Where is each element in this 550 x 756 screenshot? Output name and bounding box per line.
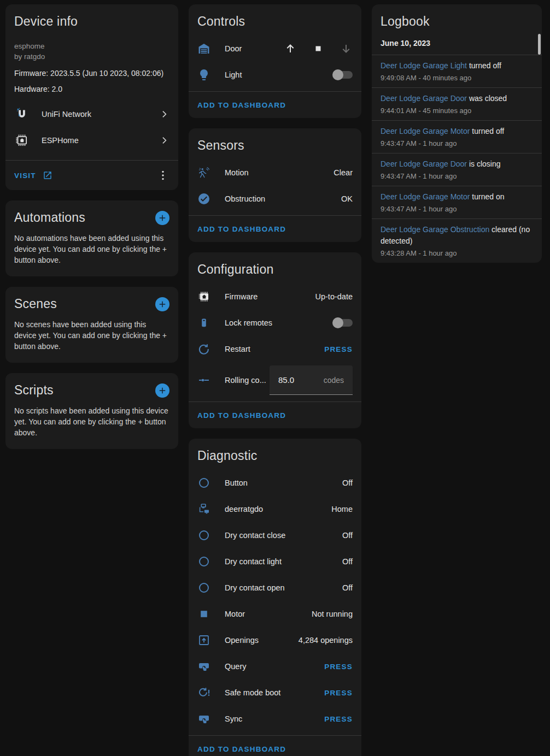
add-script-button[interactable] (155, 383, 169, 398)
controls-add-to-dashboard-button[interactable]: ADD TO DASHBOARD (197, 101, 286, 109)
logbook-entity-link[interactable]: Deer Lodge Garage Motor (381, 127, 470, 135)
logbook-entity-link[interactable]: Deer Lodge Garage Light (381, 61, 467, 70)
sensors-footer: ADD TO DASHBOARD (189, 215, 361, 242)
controls-rows: DoorLight (189, 36, 361, 91)
entity-row-label: Query (225, 662, 324, 671)
lightbulb-icon (197, 68, 210, 81)
entity-row-label: Obstruction (225, 194, 341, 203)
configuration-card: Configuration FirmwareUp-to-dateLock rem… (189, 252, 361, 428)
entity-row-label: Motion (225, 168, 333, 177)
logbook-entry: Deer Lodge Garage Motor turned off9:43:4… (372, 121, 542, 153)
entity-row-door[interactable]: Door (197, 36, 353, 62)
entity-row-restart[interactable]: RestartPRESS (197, 336, 353, 362)
restart-icon (197, 342, 210, 356)
entity-state-value: Clear (333, 168, 353, 177)
logbook-card: Logbook June 10, 2023 Deer Lodge Garage … (372, 4, 542, 263)
entity-row-openings[interactable]: Openings4,284 openings (197, 627, 353, 653)
entity-row-query[interactable]: QueryPRESS (197, 653, 353, 680)
device-info-card: Device info esphome by ratgdo Firmware: … (5, 4, 178, 190)
entity-row-label: Openings (225, 636, 299, 645)
entity-row-dry-contact-close[interactable]: Dry contact closeOff (197, 522, 353, 548)
entity-row-label: Light (225, 70, 332, 79)
device-info-title: Device info (5, 4, 178, 36)
logbook-entries: Deer Lodge Garage Light turned off9:49:0… (372, 55, 542, 263)
sensors-add-to-dashboard-button[interactable]: ADD TO DASHBOARD (197, 225, 286, 233)
entity-row-button[interactable]: ButtonOff (197, 470, 353, 496)
press-button-restart[interactable]: PRESS (324, 345, 353, 353)
entity-state-value: OK (341, 194, 353, 203)
logbook-action-text: turned on (470, 192, 504, 201)
add-scene-button[interactable] (155, 297, 169, 311)
restart-alert-icon (197, 686, 210, 699)
logbook-timestamp: 9:49:08 AM - 40 minutes ago (381, 73, 533, 83)
logbook-action-text: is closing (467, 160, 500, 168)
entity-row-motion[interactable]: MotionClear (197, 160, 353, 186)
garage-door-icon (197, 42, 210, 55)
entity-row-dry-contact-open[interactable]: Dry contact openOff (197, 575, 353, 601)
cover-close-button[interactable] (340, 42, 353, 55)
rolling-code-field[interactable]: 85.0codes (270, 365, 353, 395)
automations-title: Automations (14, 210, 85, 225)
logbook-timestamp: 9:43:47 AM - 1 hour ago (381, 171, 533, 181)
cover-open-button[interactable] (284, 42, 297, 55)
entity-state-value: Off (342, 557, 353, 566)
plus-icon (157, 299, 167, 309)
integration-row-esphome[interactable]: ESPHome (5, 127, 178, 153)
unifi-logo-icon (14, 107, 30, 122)
entity-row-lock-remotes[interactable]: Lock remotes (197, 310, 353, 336)
entity-row-firmware[interactable]: FirmwareUp-to-date (197, 284, 353, 310)
middle-column: Controls DoorLight ADD TO DASHBOARD Sens… (189, 4, 361, 756)
entity-row-label: Button (225, 479, 342, 487)
integration-label: ESPHome (42, 136, 79, 145)
circle-outline-icon (197, 529, 210, 542)
diagnostic-add-to-dashboard-button[interactable]: ADD TO DASHBOARD (197, 745, 286, 753)
entity-row-light[interactable]: Light (197, 62, 353, 88)
scrollbar-thumb[interactable] (538, 34, 541, 55)
remote-icon (197, 316, 210, 329)
automations-empty-text: No automations have been added using thi… (5, 228, 178, 276)
diagnostic-footer: ADD TO DASHBOARD (189, 735, 361, 756)
entity-row-obstruction[interactable]: ObstructionOK (197, 186, 353, 212)
logbook-entry: Deer Lodge Garage Obstruction cleared (n… (372, 219, 542, 263)
logbook-timestamp: 9:43:47 AM - 1 hour ago (381, 138, 533, 149)
integration-row-unifi-network[interactable]: UniFi Network (5, 101, 178, 127)
integration-list: UniFi NetworkESPHome (5, 101, 178, 153)
more-options-button[interactable] (156, 169, 169, 182)
entity-row-sync[interactable]: SyncPRESS (197, 706, 353, 732)
plus-icon (157, 386, 167, 395)
controls-title: Controls (189, 4, 361, 36)
device-hardware-line: Hardware: 2.0 (5, 78, 178, 93)
entity-row-rolling-co[interactable]: Rolling co...85.0codes (197, 362, 353, 398)
logbook-entity-link[interactable]: Deer Lodge Garage Door (381, 94, 467, 103)
toggle-switch-lock-remotes[interactable] (332, 317, 353, 328)
cover-stop-button[interactable] (312, 42, 325, 55)
entity-row-motor[interactable]: MotorNot running (197, 601, 353, 627)
press-button-sync[interactable]: PRESS (324, 715, 353, 723)
sensors-card: Sensors MotionClearObstructionOK ADD TO … (189, 128, 361, 242)
entity-row-label: Dry contact open (225, 583, 342, 592)
logbook-timestamp: 9:43:47 AM - 1 hour ago (381, 204, 533, 214)
add-automation-button[interactable] (155, 211, 169, 225)
left-column: Device info esphome by ratgdo Firmware: … (5, 4, 178, 449)
entity-row-dry-contact-light[interactable]: Dry contact lightOff (197, 548, 353, 575)
press-button-query[interactable]: PRESS (324, 663, 353, 671)
entity-row-label: Firmware (225, 292, 315, 301)
press-button-safe-mode-boot[interactable]: PRESS (324, 689, 353, 697)
check-circle-icon (197, 192, 210, 205)
logbook-entity-link[interactable]: Deer Lodge Garage Motor (381, 192, 470, 201)
scripts-title: Scripts (14, 383, 54, 398)
diagnostic-card: Diagnostic ButtonOffdeerratgdoHomeDry co… (189, 439, 361, 756)
configuration-rows: FirmwareUp-to-dateLock remotesRestartPRE… (189, 284, 361, 401)
configuration-add-to-dashboard-button[interactable]: ADD TO DASHBOARD (197, 411, 286, 420)
circle-outline-icon (197, 555, 210, 568)
configuration-title: Configuration (189, 252, 361, 284)
entity-row-deerratgdo[interactable]: deerratgdoHome (197, 496, 353, 522)
entity-row-safe-mode-boot[interactable]: Safe mode bootPRESS (197, 680, 353, 706)
visit-button[interactable]: VISIT (14, 170, 52, 180)
logbook-entity-link[interactable]: Deer Lodge Garage Door (381, 160, 467, 168)
entity-state-value: Up-to-date (315, 292, 353, 301)
toggle-switch-light[interactable] (332, 69, 353, 80)
scenes-header: Scenes (5, 287, 178, 315)
logbook-entity-link[interactable]: Deer Lodge Garage Obstruction (381, 225, 489, 234)
controls-card: Controls DoorLight ADD TO DASHBOARD (189, 4, 361, 118)
